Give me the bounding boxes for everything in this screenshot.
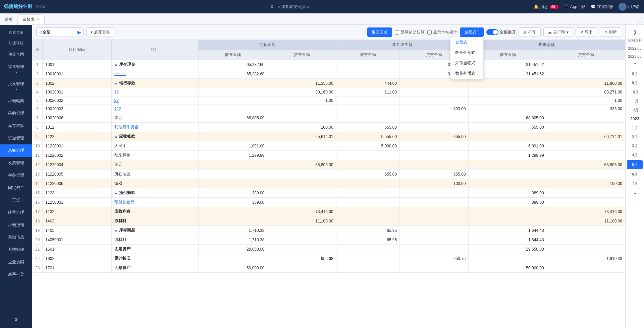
tab-balance-sheet[interactable]: 余额表 ✕	[17, 14, 45, 24]
notification-btn[interactable]: 🔔 消息 99+	[534, 4, 558, 10]
period-10[interactable]: 10月	[626, 87, 644, 96]
period-3[interactable]: 3月	[626, 141, 644, 150]
row-opening-debit: 1,891.00	[199, 141, 267, 151]
refresh-btn[interactable]: ↻ 刷新	[600, 27, 621, 37]
row-closing-debit: 29,650.00	[469, 245, 547, 254]
mode-item-qty-amount[interactable]: 数量金额式	[450, 48, 483, 58]
row-current-credit	[400, 263, 469, 273]
expand-icon[interactable]: ▲	[114, 191, 119, 195]
sidebar-item-ecommerce[interactable]: 小畅电商	[0, 95, 32, 107]
toggle-knob	[493, 30, 498, 35]
search-input[interactable]	[43, 30, 76, 35]
period-2022-05[interactable]: 2022.05	[626, 44, 644, 52]
mode-dropdown[interactable]: 金额式 ^ 金额式 数量金额式 外币金额式 数量外币式	[460, 27, 484, 37]
expand-icon[interactable]: ▲	[114, 62, 119, 66]
period-1[interactable]: 1月	[626, 123, 644, 132]
expand-icon[interactable]: ▲	[114, 228, 119, 232]
panel-collapse-btn[interactable]: ❯	[626, 27, 644, 37]
row-name[interactable]: 回回回	[111, 69, 199, 79]
sidebar-item-inventory[interactable]: 库存核算	[0, 120, 32, 132]
row-opening-credit	[267, 60, 336, 69]
row-name[interactable]: 12	[111, 88, 199, 96]
cloud-print-btn[interactable]: ☁ 云打印 ▾	[543, 27, 573, 37]
expand-icon[interactable]: ▲	[114, 81, 119, 85]
sidebar-quick-nav[interactable]: 快捷导航	[0, 38, 32, 48]
period-4[interactable]: 4月	[626, 150, 644, 159]
panel-up-icon[interactable]: ⌃	[626, 60, 644, 69]
sidebar-item-guide[interactable]: 新手引导	[0, 268, 32, 281]
sidebar-item-ledger[interactable]: 总账管理	[0, 144, 32, 157]
period-7[interactable]: 7月	[626, 179, 644, 188]
window-minimize-btn[interactable]: —	[631, 18, 635, 23]
print-btn[interactable]: 🖨 打印	[519, 27, 541, 37]
show-auxiliary-check[interactable]: 显示辅助核算	[395, 29, 425, 35]
table-row: 510020002231.001.00	[33, 96, 625, 105]
row-current-credit	[400, 141, 469, 151]
settings-icon[interactable]: ⚙	[270, 4, 274, 9]
row-opening-debit: 389.00	[199, 188, 267, 198]
period-2023-05[interactable]: 2023.05	[626, 52, 644, 60]
sidebar-item-operations[interactable]: 经营管理	[0, 206, 32, 219]
row-opening-credit: 11,100.00	[267, 216, 336, 226]
sidebar-item-purchase[interactable]: 采购管理	[0, 107, 32, 120]
window-restore-btn[interactable]: ⛶	[637, 18, 641, 23]
mode-item-foreign-amount[interactable]: 外币金额式	[450, 58, 483, 68]
sidebar-settings[interactable]: ⚙	[14, 314, 18, 325]
sidebar-item-payroll[interactable]: 工资	[0, 194, 32, 206]
demo-link[interactable]: ○ 我要看实例演示	[278, 4, 310, 10]
closing-credit-header: 贷方金额	[547, 50, 625, 60]
period-12[interactable]: 12月	[626, 106, 644, 115]
mode-btn[interactable]: 金额式 ^	[460, 27, 484, 37]
row-code: 1601	[43, 245, 111, 254]
period-6[interactable]: 6月	[626, 170, 644, 179]
sidebar-item-assets[interactable]: 固定资产	[0, 182, 32, 194]
sidebar-item-wholesale[interactable]: 批发管理 ▾	[0, 78, 32, 95]
tab-close-icon[interactable]: ✕	[37, 17, 40, 22]
back-old-btn[interactable]: 退回旧版	[367, 27, 392, 37]
row-number: 23	[33, 263, 43, 273]
row-name: 往来标签	[111, 151, 199, 160]
row-current-credit	[400, 113, 469, 123]
period-5[interactable]: 5月	[627, 160, 643, 169]
sidebar-item-capital[interactable]: 资金管理	[0, 132, 32, 144]
mode-item-amount[interactable]: 金额式	[450, 37, 483, 48]
expand-more-btn[interactable]: ▾ 展开更多	[86, 27, 114, 37]
sidebar-item-basics[interactable]: 基础信息	[0, 231, 32, 244]
row-closing-credit: 1,910.43	[547, 254, 625, 263]
sidebar-item-project[interactable]: 项目合同	[0, 48, 32, 61]
download-btn[interactable]: 📱 App下载	[564, 4, 585, 10]
sidebar-search[interactable]: 搜索菜单	[0, 27, 32, 38]
period-2[interactable]: 2月	[626, 132, 644, 141]
expand-icon[interactable]: ▲	[114, 134, 119, 138]
auxiliary-checkbox[interactable]	[395, 30, 399, 35]
table-row: 211601固定资产29,650.0029,650.00	[33, 245, 625, 254]
service-btn[interactable]: 💬 在线客服	[591, 4, 613, 10]
settings-col-header[interactable]: ⚙	[33, 40, 43, 60]
row-name[interactable]: 122	[111, 105, 199, 113]
period-8[interactable]: 8月	[626, 69, 644, 78]
tab-home[interactable]: 首页	[0, 15, 17, 24]
row-name[interactable]: 23	[111, 96, 199, 105]
search-box[interactable]: ◁ ▶	[36, 27, 84, 37]
export-btn[interactable]: ↗ 导出	[576, 27, 597, 37]
row-name[interactable]: 预付款差元	[111, 198, 199, 207]
sidebar-item-system[interactable]: 系统管理	[0, 244, 32, 256]
show-ytd-check[interactable]: 显示本年累计	[427, 29, 457, 35]
user-btn[interactable]: 用户名	[619, 3, 640, 11]
sidebar-item-collab[interactable]: 企业协同	[0, 256, 32, 268]
toggle-switch[interactable]	[486, 29, 498, 35]
search-right-icon[interactable]: ▶	[77, 29, 81, 35]
row-code: 10020001	[43, 88, 111, 96]
sidebar-item-invoice[interactable]: 发票管理	[0, 157, 32, 169]
panel-down-icon[interactable]: ⌄	[626, 188, 644, 197]
period-11[interactable]: 11月	[626, 96, 644, 106]
ytd-checkbox[interactable]	[427, 30, 432, 35]
sidebar-item-tax[interactable]: 税务管理	[0, 169, 32, 182]
sidebar-item-expense[interactable]: 小畅报销	[0, 219, 32, 231]
sidebar-item-retail[interactable]: 零售管理 ▾	[0, 61, 32, 78]
period-9[interactable]: 9月	[626, 78, 644, 87]
mode-item-qty-foreign[interactable]: 数量外币式	[450, 68, 483, 79]
expand-all-toggle[interactable]: 全部展开	[486, 29, 516, 35]
row-name[interactable]: 其他货币资金	[111, 123, 199, 132]
row-name: ▲ 库存现金	[111, 60, 199, 69]
